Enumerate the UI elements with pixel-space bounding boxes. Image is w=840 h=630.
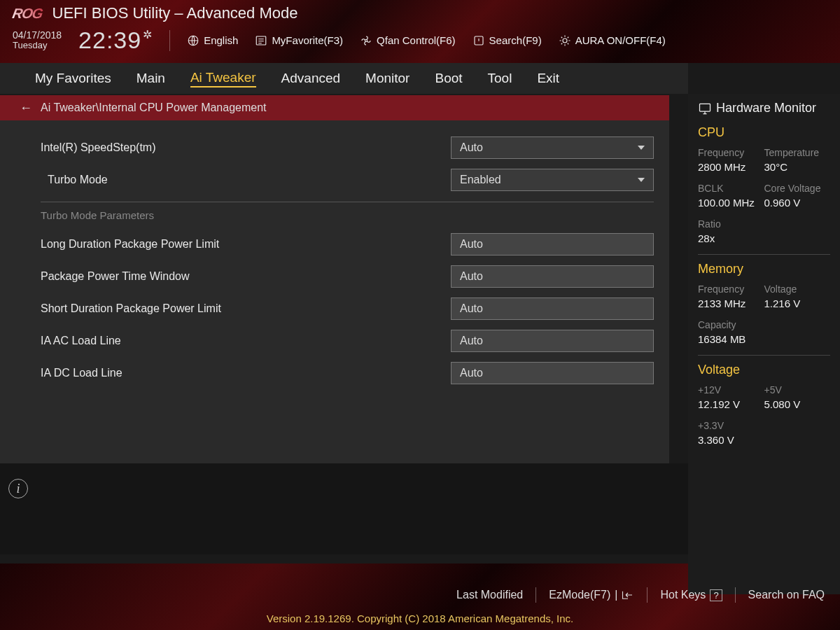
tab-monitor[interactable]: Monitor [365, 71, 410, 86]
aura-button[interactable]: AURA ON/OFF(F4) [559, 34, 666, 47]
cpu-heading: CPU [698, 125, 830, 140]
copyright-text: Version 2.19.1269. Copyright (C) 2018 Am… [0, 612, 840, 630]
tab-tool[interactable]: Tool [488, 71, 512, 86]
qfan-button[interactable]: Qfan Control(F6) [360, 34, 456, 47]
voltage-3v3: 3.360 V [698, 434, 764, 446]
tab-boot[interactable]: Boot [435, 71, 462, 86]
sidebar-title: Hardware Monitor [698, 101, 830, 115]
aura-icon [559, 34, 571, 47]
long-duration-input[interactable]: Auto [451, 233, 654, 255]
short-duration-label: Short Duration Package Power Limit [41, 302, 451, 315]
turbo-params-heading: Turbo Mode Parameters [41, 205, 669, 228]
turbo-select[interactable]: Enabled [451, 169, 654, 191]
last-modified-button[interactable]: Last Modified [456, 589, 523, 601]
time-window-label: Package Power Time Window [41, 270, 451, 283]
search-faq-button[interactable]: Search on FAQ [748, 589, 825, 601]
hotkeys-button[interactable]: Hot Keys ? [660, 589, 722, 601]
time-display[interactable]: 22:39 ✲ [78, 27, 153, 54]
language-button[interactable]: English [187, 34, 238, 47]
short-duration-input[interactable]: Auto [451, 298, 654, 320]
mem-capacity: 16384 MB [698, 333, 764, 345]
info-icon: i [8, 479, 28, 498]
enter-icon [622, 590, 634, 600]
question-key-icon: ? [710, 589, 722, 601]
monitor-icon [698, 102, 712, 115]
main-tabs: My Favorites Main Ai Tweaker Advanced Mo… [0, 63, 688, 94]
gear-icon: ✲ [143, 28, 153, 41]
fan-icon [360, 34, 372, 47]
chevron-down-icon [638, 146, 645, 150]
app-title: UEFI BIOS Utility – Advanced Mode [52, 4, 298, 22]
cpu-bclk: 100.00 MHz [698, 197, 764, 209]
tab-my-favorites[interactable]: My Favorites [35, 71, 111, 86]
speedstep-select[interactable]: Auto [451, 136, 654, 159]
breadcrumb-text: Ai Tweaker\Internal CPU Power Management [41, 102, 267, 114]
turbo-label: Turbo Mode [48, 174, 451, 186]
globe-icon [187, 34, 200, 47]
memory-heading: Memory [698, 262, 830, 276]
rog-logo: ROG [11, 6, 44, 22]
ia-dc-input[interactable]: Auto [451, 362, 654, 384]
ia-ac-input[interactable]: Auto [451, 330, 654, 352]
list-icon [255, 34, 267, 47]
tab-main[interactable]: Main [136, 71, 165, 86]
search-icon [472, 34, 485, 47]
voltage-heading: Voltage [698, 363, 830, 377]
cpu-frequency: 2800 MHz [698, 161, 764, 173]
search-button[interactable]: Search(F9) [472, 34, 542, 47]
ezmode-button[interactable]: EzMode(F7) | [549, 589, 634, 601]
chevron-down-icon [638, 178, 645, 182]
time-window-input[interactable]: Auto [451, 265, 654, 288]
date-block: 04/17/2018 Tuesday [13, 30, 62, 51]
cpu-core-voltage: 0.960 V [764, 197, 831, 209]
hardware-monitor-panel: Hardware Monitor CPU Frequency Temperatu… [688, 94, 840, 594]
tab-exit[interactable]: Exit [537, 71, 559, 86]
tab-advanced[interactable]: Advanced [281, 71, 341, 86]
long-duration-label: Long Duration Package Power Limit [41, 238, 451, 251]
cpu-temperature: 30°C [764, 161, 831, 173]
back-arrow-icon[interactable]: ← [20, 101, 32, 115]
speedstep-label: Intel(R) SpeedStep(tm) [41, 141, 451, 154]
tab-ai-tweaker[interactable]: Ai Tweaker [190, 70, 256, 88]
breadcrumb[interactable]: ← Ai Tweaker\Internal CPU Power Manageme… [0, 95, 669, 120]
ia-ac-label: IA AC Load Line [41, 335, 451, 347]
mem-frequency: 2133 MHz [698, 298, 764, 309]
ia-dc-label: IA DC Load Line [41, 367, 451, 379]
help-panel: i [0, 463, 688, 554]
voltage-12v: 12.192 V [698, 398, 764, 410]
svg-point-4 [563, 38, 567, 43]
svg-rect-5 [700, 104, 710, 111]
myfavorite-button[interactable]: MyFavorite(F3) [255, 34, 343, 47]
cpu-ratio: 28x [698, 232, 764, 244]
voltage-5v: 5.080 V [764, 398, 831, 410]
mem-voltage: 1.216 V [764, 298, 831, 309]
